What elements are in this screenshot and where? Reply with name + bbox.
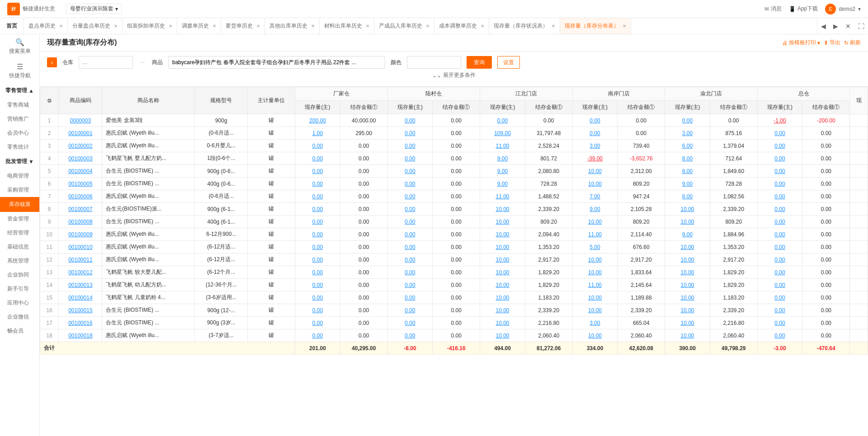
sidebar-item-nav[interactable]: ☰ 快捷导航 [0,59,39,83]
jb-stock[interactable]: 9.00 [480,178,525,190]
na-stock[interactable]: -39.00 [572,152,618,165]
tabs-next-btn[interactable]: ▶ [830,18,842,34]
app-download-btn[interactable]: 📱 App下载 [789,5,818,13]
zc-stock[interactable]: 0.00 [757,291,802,304]
na-stock[interactable]: 10.00 [572,266,618,279]
na-stock[interactable]: 10.00 [572,165,618,178]
cj-stock[interactable]: 0.00 [295,241,340,253]
lc-stock[interactable]: 0.00 [387,203,433,216]
zc-stock[interactable]: -1.00 [757,114,802,127]
yb-stock[interactable]: 8.00 [665,165,710,178]
tab-home[interactable]: 首页 [0,18,24,34]
na-stock[interactable]: 11.00 [572,228,618,241]
close-icon[interactable]: ✕ [481,23,484,28]
cj-stock[interactable]: 0.00 [295,279,340,291]
close-icon[interactable]: ✕ [426,23,429,28]
product-code[interactable]: 00100012 [59,266,102,279]
product-code[interactable]: 00100004 [59,165,102,178]
sidebar-item-member2[interactable]: 畅会员 [0,324,39,338]
jb-stock[interactable]: 10.00 [480,228,525,241]
lc-stock[interactable]: 0.00 [387,127,433,140]
zc-stock[interactable]: 0.00 [757,228,802,241]
tab-yaohuo[interactable]: 要货单历史 ✕ [221,18,265,34]
product-code[interactable]: 0000003 [59,114,102,127]
tab-xiancun-fb[interactable]: 现存量（库存分布表） ✕ [560,18,631,34]
na-stock[interactable]: 7.00 [572,190,618,203]
yb-stock[interactable]: 10.00 [665,266,710,279]
cj-stock[interactable]: 200.00 [295,114,340,127]
tab-chengpin[interactable]: 产成品入库单历史 ✕ [374,18,434,34]
close-icon[interactable]: ✕ [59,23,63,28]
yb-stock[interactable]: 10.00 [665,279,710,291]
close-icon[interactable]: ✕ [114,23,118,28]
jb-stock[interactable]: 11.00 [480,140,525,152]
yb-stock[interactable]: 9.00 [665,178,710,190]
product-code[interactable]: 00100005 [59,178,102,190]
yb-stock[interactable]: 10.00 [665,317,710,329]
jb-stock[interactable]: 11.00 [480,190,525,203]
cj-stock[interactable]: 1.00 [295,127,340,140]
submenu-selector[interactable]: 母婴行业演示陈套 ▾ [66,4,122,14]
cj-stock[interactable]: 0.00 [295,253,340,266]
close-icon[interactable]: ✕ [311,23,315,28]
sidebar-item-search[interactable]: 🔍 搜索英单 [0,34,39,59]
cj-stock[interactable]: 0.00 [295,228,340,241]
close-icon[interactable]: ✕ [212,23,216,28]
tab-chengben[interactable]: 成本调整单历史 ✕ [434,18,489,34]
product-code[interactable]: 00100016 [59,317,102,329]
jb-stock[interactable]: 10.00 [480,241,525,253]
product-code[interactable]: 00100009 [59,228,102,241]
product-code[interactable]: 00100008 [59,216,102,228]
refresh-btn[interactable]: ↻ 刷新 [844,39,861,47]
print-btn[interactable]: 🖨 按模板打印 ▾ [782,39,820,47]
jb-stock[interactable]: 109.00 [480,127,525,140]
sidebar-item-retail[interactable]: 零售管理 ▲ [0,83,39,98]
lc-stock[interactable]: 0.00 [387,266,433,279]
tabs-close-btn[interactable]: ✕ [842,18,854,34]
tabs-prev-btn[interactable]: ◀ [817,18,830,34]
tab-xiancun-kk[interactable]: 现存量（库存状况表） ✕ [489,18,560,34]
user-avatar[interactable]: E demo2 ▾ [825,4,861,14]
na-stock[interactable]: 10.00 [572,304,618,317]
product-input[interactable] [168,56,385,69]
product-code[interactable]: 00100007 [59,203,102,216]
sidebar-item-apps[interactable]: 应用中心 [0,296,39,310]
zc-stock[interactable]: 0.00 [757,317,802,329]
product-code[interactable]: 00100001 [59,127,102,140]
jb-stock[interactable]: 10.00 [480,291,525,304]
zc-stock[interactable]: 0.00 [757,216,802,228]
tab-fenliang[interactable]: 分量盘点单历史 ✕ [68,18,123,34]
cj-stock[interactable]: 0.00 [295,216,340,228]
zc-stock[interactable]: 0.00 [757,152,802,165]
na-stock[interactable]: 11.00 [572,279,618,291]
jb-stock[interactable]: 0.00 [480,114,525,127]
na-stock[interactable]: 10.00 [572,216,618,228]
export-btn[interactable]: ⬆ 导出 [824,39,840,47]
cj-stock[interactable]: 0.00 [295,140,340,152]
product-code[interactable]: 00100018 [59,329,102,342]
jb-stock[interactable]: 10.00 [480,253,525,266]
zc-stock[interactable]: 0.00 [757,279,802,291]
lc-stock[interactable]: 0.00 [387,140,433,152]
lc-stock[interactable]: 0.00 [387,304,433,317]
product-code[interactable]: 00100015 [59,304,102,317]
yb-stock[interactable]: 6.00 [665,140,710,152]
na-stock[interactable]: 10.00 [572,178,618,190]
jb-stock[interactable]: 10.00 [480,266,525,279]
sidebar-item-member[interactable]: 会员中心 [0,126,39,140]
product-code[interactable]: 00100011 [59,253,102,266]
zc-stock[interactable]: 0.00 [757,241,802,253]
lc-stock[interactable]: 0.00 [387,165,433,178]
na-stock[interactable]: 5.00 [572,241,618,253]
jb-stock[interactable]: 10.00 [480,329,525,342]
sidebar-item-operations[interactable]: 经营管理 [0,226,39,240]
yb-stock[interactable]: 8.00 [665,190,710,203]
na-stock[interactable]: 3.00 [572,317,618,329]
zc-stock[interactable]: 0.00 [757,329,802,342]
close-icon[interactable]: ✕ [169,23,172,28]
jb-stock[interactable]: 10.00 [480,216,525,228]
tabs-expand-btn[interactable]: ⛶ [854,18,868,34]
sidebar-item-inventory[interactable]: 库存核算 [0,197,39,212]
cj-stock[interactable]: 0.00 [295,304,340,317]
lc-stock[interactable]: 0.00 [387,114,433,127]
